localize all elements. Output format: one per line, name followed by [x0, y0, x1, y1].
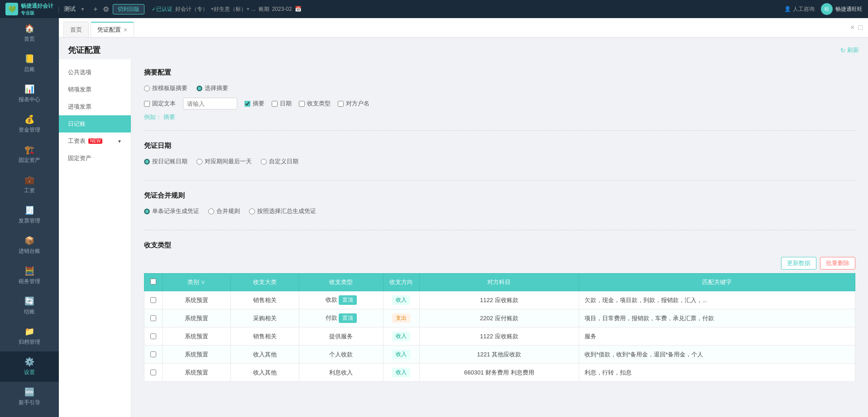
sidebar-item-reports[interactable]: 📊 报表中心: [0, 79, 59, 109]
row4-check: [144, 346, 163, 364]
settings-icon[interactable]: ⚙: [103, 5, 109, 14]
switch-version-button[interactable]: 切到旧版: [113, 4, 144, 14]
table-row: 系统预置 收入其他 利息收入 收入 660301 财务费用 利息费用 利息，行转…: [144, 364, 855, 382]
sidebar-item-archive[interactable]: 📁 归档管理: [0, 321, 59, 351]
update-data-button[interactable]: 更新数据: [781, 257, 816, 270]
sidebar-label-guide: 新手引导: [19, 399, 40, 407]
row5-type: 利息收入: [299, 364, 384, 382]
left-nav-payroll[interactable]: 工资表 NEW ▼: [59, 133, 131, 150]
row4-direction: 收入: [383, 346, 419, 364]
add-button[interactable]: ＋: [92, 5, 99, 14]
checkbox-date-input[interactable]: [272, 101, 278, 107]
radio-period-last-day-label: 对应期间最后一天: [205, 157, 252, 166]
checkbox-counterparty-input[interactable]: [338, 101, 344, 107]
left-nav-journal[interactable]: 日记账: [59, 115, 131, 133]
window-minimize-button[interactable]: □: [858, 24, 863, 32]
row5-checkbox[interactable]: [150, 370, 156, 375]
radio-custom-date-input[interactable]: [261, 159, 267, 165]
sidebar-item-settlement[interactable]: 🔄 结账: [0, 291, 59, 321]
radio-single-input[interactable]: [144, 208, 150, 214]
sidebar-item-home[interactable]: 🏠 首页: [0, 18, 59, 48]
sidebar-label-tax: 税务管理: [19, 278, 40, 285]
row2-pin-btn[interactable]: 置顶: [339, 313, 357, 323]
fixed-text-input[interactable]: [183, 98, 237, 109]
left-nav-public[interactable]: 公共选项: [59, 64, 131, 81]
radio-merge-input[interactable]: [208, 208, 214, 214]
checkbox-payment-type[interactable]: 收支类型: [299, 100, 331, 108]
tab-home[interactable]: 首页: [63, 22, 89, 37]
tax-icon: 🧮: [24, 266, 34, 276]
sidebar-item-salary[interactable]: 💼 工资: [0, 170, 59, 200]
table-header-row: 更新数据 批量删除: [144, 257, 855, 270]
radio-period-last-day[interactable]: 对应期间最后一天: [197, 157, 252, 166]
radio-journal-date[interactable]: 按日记账日期: [144, 157, 187, 166]
batch-delete-button[interactable]: 批量删除: [820, 257, 855, 270]
select-all-checkbox[interactable]: [150, 279, 156, 284]
sidebar-item-guide[interactable]: 🆕 新手引导: [0, 382, 59, 412]
radio-select-summary-label: 按照选择汇总生成凭证: [257, 207, 316, 215]
checkbox-counterparty[interactable]: 对方户名: [338, 100, 369, 108]
checkbox-summary-input[interactable]: [245, 101, 250, 107]
radio-template-input[interactable]: [144, 85, 150, 91]
checkbox-date[interactable]: 日期: [272, 100, 292, 108]
radio-period-last-day-input[interactable]: [197, 159, 202, 165]
income-expense-title: 收支类型: [144, 241, 855, 250]
row3-checkbox[interactable]: [150, 333, 156, 339]
topbar-tags: ✓已认证 好会计（专） +好生意（标）+ ... 账期 2023-02 📅: [152, 5, 301, 13]
row1-pin-btn[interactable]: 置顶: [339, 295, 357, 305]
sidebar-item-invoice-mgmt[interactable]: 🧾 发票管理: [0, 200, 59, 230]
radio-select[interactable]: 选择摘要: [197, 84, 228, 92]
radio-select-summary-input[interactable]: [249, 208, 255, 214]
table-header-row-el: 类别 ∨ 收支大类 收支类型 收支方向 对方科目 匹配关键字: [144, 274, 855, 291]
radio-merge[interactable]: 合并规则: [208, 207, 240, 215]
workspace-arrow-icon[interactable]: ▼: [80, 7, 85, 12]
row1-checkbox[interactable]: [150, 297, 156, 303]
row5-category: 系统预置: [163, 364, 231, 382]
refresh-button[interactable]: ↻ 刷新: [840, 46, 859, 54]
sidebar-item-settings[interactable]: ⚙️ 设置: [0, 351, 59, 382]
sidebar-item-ledger[interactable]: 📒 总账: [0, 48, 59, 79]
table-head: 类别 ∨ 收支大类 收支类型 收支方向 对方科目 匹配关键字: [144, 274, 855, 291]
sidebar-item-assets[interactable]: 🏗️ 固定资产: [0, 139, 59, 170]
certified-tag: ✓已认证: [152, 5, 173, 13]
radio-journal-date-label: 按日记账日期: [152, 157, 187, 166]
left-nav-fixed-assets-label: 固定资产: [68, 154, 91, 162]
window-close-button[interactable]: ×: [850, 24, 854, 32]
user-menu[interactable]: 旺 畅捷通旺旺: [821, 3, 863, 15]
sidebar-label-funds: 资金管理: [19, 126, 40, 134]
checkbox-fixed-text[interactable]: 固定文本: [144, 100, 176, 108]
merge-rules-radio-group: 单条记录生成凭证 合并规则 按照选择汇总生成凭证: [144, 207, 855, 215]
radio-template[interactable]: 按模板版摘要: [144, 84, 187, 92]
settlement-icon: 🔄: [24, 296, 34, 306]
radio-custom-date[interactable]: 自定义日期: [261, 157, 298, 166]
row5-counterparty: 660301 财务费用 利息费用: [419, 364, 579, 382]
home-icon: 🏠: [24, 24, 34, 33]
sidebar-item-funds[interactable]: 💰 资金管理: [0, 109, 59, 139]
radio-select-summary[interactable]: 按照选择汇总生成凭证: [249, 207, 316, 215]
checkbox-summary[interactable]: 摘要: [245, 100, 264, 108]
sidebar-item-sales[interactable]: 📦 进销台账: [0, 230, 59, 261]
tab-voucher-config[interactable]: 凭证配置 ×: [91, 22, 134, 37]
radio-select-input[interactable]: [197, 85, 202, 91]
tab-close-icon[interactable]: ×: [124, 26, 127, 33]
sidebar-item-tax[interactable]: 🧮 税务管理: [0, 261, 59, 291]
radio-single[interactable]: 单条记录生成凭证: [144, 207, 199, 215]
summary-config-section: 摘要配置 按模板版摘要 选择摘要: [144, 68, 855, 131]
left-nav-sales-invoice[interactable]: 销项发票: [59, 81, 131, 98]
consult-button[interactable]: 👤 人工咨询: [784, 5, 815, 13]
checkbox-counterparty-label: 对方户名: [346, 100, 369, 108]
row4-checkbox[interactable]: [150, 351, 156, 357]
sidebar-label-settlement: 结账: [24, 308, 35, 316]
row2-checkbox[interactable]: [150, 315, 156, 321]
radio-journal-date-input[interactable]: [144, 159, 150, 165]
checkbox-fixed-text-input[interactable]: [144, 101, 150, 107]
left-nav-purchase-invoice[interactable]: 进项发票: [59, 98, 131, 115]
left-nav-fixed-assets[interactable]: 固定资产: [59, 150, 131, 167]
row1-direction-badge: 收入: [392, 295, 410, 305]
radio-merge-label: 合并规则: [216, 207, 240, 215]
ledger-icon: 📒: [24, 54, 34, 64]
checkbox-payment-type-input[interactable]: [299, 101, 305, 107]
row3-type: 提供服务: [299, 327, 384, 346]
sidebar-item-member[interactable]: ⬡ 畅会员: [0, 412, 59, 417]
window-controls: × □: [845, 24, 868, 32]
